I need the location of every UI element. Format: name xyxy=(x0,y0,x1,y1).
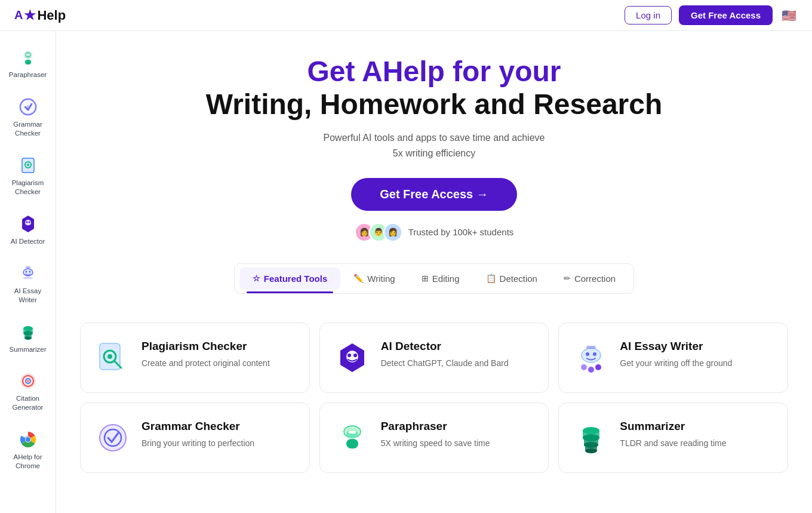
logo-star-icon: ★ xyxy=(24,8,36,23)
tab-correction[interactable]: ✏ Correction xyxy=(550,268,629,290)
svg-point-24 xyxy=(24,336,32,340)
svg-point-45 xyxy=(588,367,594,373)
svg-rect-54 xyxy=(349,431,356,434)
tool-card-info: Paraphraser 5X writing speed to save tim… xyxy=(381,420,534,450)
tool-card-summarizer[interactable]: Summarizer TLDR and save reading time xyxy=(558,403,788,473)
svg-point-11 xyxy=(27,164,29,166)
logo-star: A xyxy=(14,8,23,22)
tab-writing[interactable]: ✏️ Writing xyxy=(340,268,408,290)
sidebar-item-label: Summarizer xyxy=(10,345,47,354)
tool-card-desc: Bring your writing to perfection xyxy=(142,438,295,450)
grammar-icon xyxy=(17,96,39,118)
svg-point-13 xyxy=(26,221,27,223)
header: A★Help Log in Get Free Access 🇺🇸 xyxy=(0,0,812,31)
tool-card-info: Grammar Checker Bring your writing to pe… xyxy=(142,420,295,450)
summarizer-card-icon xyxy=(573,420,609,456)
tool-card-desc: TLDR and save reading time xyxy=(620,438,773,450)
logo-wordmark: Help xyxy=(37,8,66,23)
svg-point-35 xyxy=(107,354,112,359)
hero-cta-button[interactable]: Get Free Access → xyxy=(351,178,517,211)
writing-tab-icon: ✏️ xyxy=(353,274,364,283)
ai-detector-card-icon xyxy=(334,340,370,376)
featured-tab-label: Featured Tools xyxy=(264,274,327,284)
detection-tab-label: Detection xyxy=(500,274,537,284)
student-avatars: 👩 👨 👩 xyxy=(355,223,402,242)
trusted-section: 👩 👨 👩 Trusted by 100k+ students xyxy=(80,223,788,242)
svg-point-44 xyxy=(581,364,587,370)
svg-point-39 xyxy=(353,354,357,357)
paraphraser-card-icon xyxy=(334,420,370,456)
svg-point-8 xyxy=(26,105,30,109)
hero-subtitle: Powerful AI tools and apps to save time … xyxy=(80,130,788,161)
grammar-card-icon xyxy=(95,420,131,456)
svg-point-42 xyxy=(593,352,596,356)
sidebar-item-grammar-checker[interactable]: Grammar Checker xyxy=(4,90,53,144)
tool-card-info: Plagiarism Checker Create and protect or… xyxy=(142,340,295,370)
svg-point-28 xyxy=(27,380,29,382)
logo[interactable]: A★Help xyxy=(14,8,66,23)
tools-grid: Plagiarism Checker Create and protect or… xyxy=(80,322,788,473)
featured-tab-icon: ☆ xyxy=(253,274,260,283)
svg-rect-53 xyxy=(346,439,358,449)
svg-rect-19 xyxy=(23,277,33,279)
get-free-access-button[interactable]: Get Free Access xyxy=(679,5,773,25)
citation-icon xyxy=(17,370,39,392)
correction-tab-icon: ✏ xyxy=(564,274,571,283)
tool-card-title: Summarizer xyxy=(620,420,773,433)
tab-editing[interactable]: ⊞ Editing xyxy=(408,268,473,290)
avatar-3: 👩 xyxy=(383,223,402,242)
login-button[interactable]: Log in xyxy=(625,6,672,24)
tool-card-ai-essay-writer[interactable]: AI Essay Writer Get your writing off the… xyxy=(558,322,788,393)
tool-card-desc: Create and protect original content xyxy=(142,358,295,370)
hero-title-line1: Get AHelp for your xyxy=(80,55,788,88)
tool-card-paraphraser[interactable]: Paraphraser 5X writing speed to save tim… xyxy=(319,403,549,473)
language-selector[interactable]: 🇺🇸 xyxy=(780,7,798,24)
sidebar-item-plagiarism-checker[interactable]: Plagiarism Checker xyxy=(4,149,53,202)
tool-card-ai-detector[interactable]: AI Detector Detect ChatGPT, Claude and B… xyxy=(319,322,549,393)
tool-card-title: AI Detector xyxy=(381,340,534,353)
tool-card-desc: Get your writing off the ground xyxy=(620,358,773,370)
editing-tab-icon: ⊞ xyxy=(422,274,429,283)
svg-point-14 xyxy=(28,221,30,223)
sidebar-item-label: AI Essay Writer xyxy=(7,287,49,305)
svg-rect-18 xyxy=(26,266,30,268)
editing-tab-label: Editing xyxy=(432,274,460,284)
plagiarism-icon xyxy=(17,155,39,176)
sidebar-item-paraphraser[interactable]: Paraphraser xyxy=(4,41,53,85)
app-layout: Paraphraser Grammar Checker xyxy=(0,31,812,513)
tab-featured[interactable]: ☆ Featured Tools xyxy=(239,268,340,290)
tool-card-info: Summarizer TLDR and save reading time xyxy=(620,420,773,450)
tool-card-title: Plagiarism Checker xyxy=(142,340,295,353)
tool-tabs: ☆ Featured Tools ✏️ Writing ⊞ Editing 📋 … xyxy=(234,263,634,294)
correction-tab-label: Correction xyxy=(574,274,616,284)
sidebar-item-citation-generator[interactable]: Citation Generator xyxy=(4,364,53,418)
detection-tab-icon: 📋 xyxy=(486,274,496,283)
svg-point-41 xyxy=(586,352,589,356)
sidebar-item-ahelp-chrome[interactable]: AHelp for Chrome xyxy=(4,423,53,477)
sidebar-item-ai-detector[interactable]: AI Detector xyxy=(4,207,53,252)
tool-card-title: Paraphraser xyxy=(381,420,534,433)
tool-card-grammar-checker[interactable]: Grammar Checker Bring your writing to pe… xyxy=(80,403,310,473)
sidebar-item-label: AI Detector xyxy=(11,237,45,246)
tool-card-info: AI Detector Detect ChatGPT, Claude and B… xyxy=(381,340,534,370)
sidebar: Paraphraser Grammar Checker xyxy=(0,31,56,513)
sidebar-item-label: Grammar Checker xyxy=(7,120,49,138)
tool-card-info: AI Essay Writer Get your writing off the… xyxy=(620,340,773,370)
sidebar-item-label: AHelp for Chrome xyxy=(7,453,49,471)
sidebar-item-label: Citation Generator xyxy=(7,394,49,412)
essay-card-icon xyxy=(573,340,609,376)
summarizer-icon xyxy=(17,321,39,343)
tool-card-plagiarism-checker[interactable]: Plagiarism Checker Create and protect or… xyxy=(80,322,310,393)
plagiarism-card-icon xyxy=(95,340,131,376)
writing-tab-label: Writing xyxy=(367,274,395,284)
svg-point-61 xyxy=(585,449,597,453)
sidebar-item-summarizer[interactable]: Summarizer xyxy=(4,315,53,360)
paraphraser-icon xyxy=(17,47,39,68)
main-content: Get AHelp for your Writing, Homework and… xyxy=(56,31,812,513)
tab-detection[interactable]: 📋 Detection xyxy=(473,268,550,290)
ai-detector-icon xyxy=(17,213,39,235)
trusted-text: Trusted by 100k+ students xyxy=(408,227,514,237)
svg-point-38 xyxy=(347,354,351,357)
tool-card-desc: Detect ChatGPT, Claude and Bard xyxy=(381,358,534,370)
sidebar-item-ai-essay-writer[interactable]: AI Essay Writer xyxy=(4,257,53,311)
